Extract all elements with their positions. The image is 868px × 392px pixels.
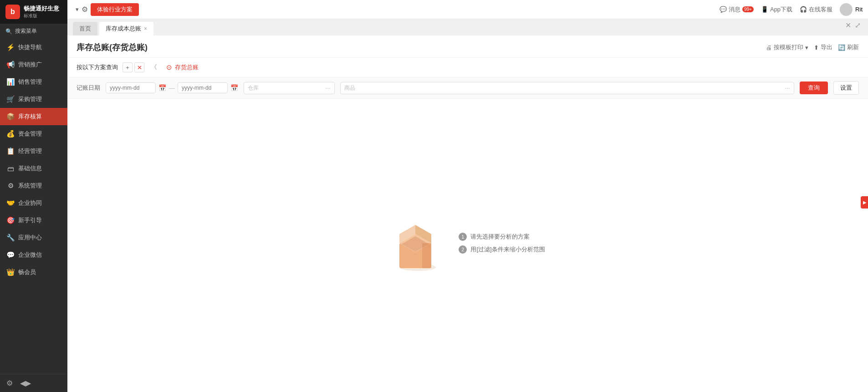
panel-expand-icon[interactable]: ⤢ [855, 21, 861, 30]
collapse-filter-icon[interactable]: 《 [151, 63, 157, 71]
sales-icon: 📊 [6, 78, 15, 86]
logo-icon: b [5, 5, 20, 19]
filter-row2: 记账日期 📅 — 📅 仓库 ··· 商品 ··· 查询 设置 [67, 77, 868, 99]
empty-box-svg [390, 218, 445, 273]
tab-close-icon[interactable]: × [144, 25, 147, 32]
date-separator: — [169, 85, 175, 92]
delete-scheme-button[interactable]: ✕ [134, 62, 144, 72]
refresh-button[interactable]: 🔄 刷新 [838, 43, 859, 51]
finance-icon: 💰 [6, 130, 15, 138]
tabs-bar: 首页 库存成本总账 × ✕ ⤢ [67, 19, 868, 36]
tab-home[interactable]: 首页 [73, 22, 97, 36]
date-to-input[interactable] [178, 82, 228, 93]
sidebar-item-inventory[interactable]: 📦 库存核算 [0, 108, 67, 125]
search-icon: 🔍 [5, 28, 12, 35]
content-area: 库存总账(存货总账) 🖨 按模板打印 ▾ ⬆ 导出 🔄 刷新 按以下方案查询 [67, 36, 868, 392]
brand-name: 畅捷通好生意 [24, 5, 59, 13]
search-label: 搜索菜单 [15, 27, 37, 35]
topbar: ▾ ⚙ 体验行业方案 💬 消息 99+ 📱 App下载 🎧 在线客服 Rit [67, 0, 868, 19]
sidebar-item-label: 畅会员 [18, 268, 36, 276]
empty-text: 1 请先选择要分析的方案 2 用[过滤]条件来缩小分析范围 [459, 233, 545, 258]
tab-inventory-ledger[interactable]: 库存成本总账 × [99, 22, 153, 36]
tab-home-label: 首页 [79, 25, 91, 33]
sidebar-item-cooperation[interactable]: 🤝 企业协同 [0, 194, 67, 212]
sidebar-item-label: 营销推广 [18, 61, 42, 69]
sidebar-item-label: 企业协同 [18, 199, 42, 207]
scheme-item[interactable]: ⊙ 存货总账 [166, 63, 199, 71]
hint-1: 1 请先选择要分析的方案 [459, 233, 545, 241]
date-from-icon[interactable]: 📅 [158, 84, 166, 92]
sidebar-item-finance[interactable]: 💰 资金管理 [0, 125, 67, 143]
date-from-input[interactable] [106, 82, 156, 93]
query-button[interactable]: 查询 [800, 81, 828, 94]
sidebar-item-label: 基础信息 [18, 164, 42, 173]
date-to-icon[interactable]: 📅 [230, 84, 238, 92]
main-area: ▾ ⚙ 体验行业方案 💬 消息 99+ 📱 App下载 🎧 在线客服 Rit [67, 0, 868, 392]
online-service-area[interactable]: 🎧 在线客服 [800, 5, 832, 14]
message-icon: 💬 [720, 6, 727, 13]
sidebar-item-label: 采购管理 [18, 95, 42, 103]
trial-button[interactable]: 体验行业方案 [91, 3, 139, 16]
sidebar-item-purchase[interactable]: 🛒 采购管理 [0, 91, 67, 108]
topbar-right: 💬 消息 99+ 📱 App下载 🎧 在线客服 Rit [720, 3, 863, 16]
warehouse-more-icon[interactable]: ··· [325, 84, 331, 92]
export-button[interactable]: ⬆ 导出 [814, 43, 832, 51]
hint-text-1: 请先选择要分析的方案 [470, 233, 530, 241]
logo-text: 畅捷通好生意 标准版 [24, 5, 59, 19]
product-more-icon[interactable]: ··· [785, 84, 790, 92]
sidebar-item-operation[interactable]: 📋 经营管理 [0, 143, 67, 160]
print-button[interactable]: 🖨 按模板打印 ▾ [766, 43, 808, 51]
sidebar-item-label: 快捷导航 [18, 43, 42, 51]
panel-close-icon[interactable]: ✕ [845, 21, 851, 30]
export-icon: ⬆ [814, 44, 819, 51]
phone-icon: 📱 [761, 6, 768, 13]
add-scheme-button[interactable]: + [123, 62, 133, 72]
sidebar-item-marketing[interactable]: 📢 营销推广 [0, 56, 67, 73]
sidebar-search[interactable]: 🔍 搜索菜单 [0, 24, 67, 39]
right-panel-toggle[interactable]: ▶ [861, 196, 868, 209]
date-range-group: 📅 — 📅 [106, 82, 238, 93]
print-icon: 🖨 [766, 44, 772, 51]
sidebar-item-sales[interactable]: 📊 销售管理 [0, 73, 67, 91]
product-filter[interactable]: 商品 ··· [340, 82, 794, 94]
user-avatar [840, 3, 853, 16]
hint-num-1: 1 [459, 233, 467, 241]
app-download-area[interactable]: 📱 App下载 [761, 5, 792, 14]
sidebar-item-system[interactable]: ⚙ 系统管理 [0, 177, 67, 194]
warehouse-label: 仓库 [248, 84, 323, 92]
sidebar-item-wechat[interactable]: 💬 企业微信 [0, 246, 67, 264]
date-label: 记账日期 [77, 84, 100, 92]
sidebar-item-label: 销售管理 [18, 78, 42, 86]
page-actions: 🖨 按模板打印 ▾ ⬆ 导出 🔄 刷新 [766, 43, 859, 51]
user-area[interactable]: Rit [840, 3, 863, 16]
settings-footer-icon[interactable]: ⚙ [6, 379, 13, 387]
hint-2: 2 用[过滤]条件来缩小分析范围 [459, 245, 545, 254]
refresh-icon: 🔄 [838, 44, 845, 51]
sidebar-footer: ⚙ ◀▶ [0, 374, 67, 392]
print-dropdown-icon[interactable]: ▾ [805, 44, 808, 51]
settings-button[interactable]: 设置 [833, 81, 859, 95]
hint-text-2: 用[过滤]条件来缩小分析范围 [470, 245, 545, 254]
collapse-icon[interactable]: ◀▶ [20, 379, 31, 387]
topbar-dropdown-icon[interactable]: ▾ [76, 6, 79, 13]
sidebar-item-apps[interactable]: 🔧 应用中心 [0, 229, 67, 246]
apps-icon: 🔧 [6, 234, 15, 242]
sidebar-item-guide[interactable]: 🎯 新手引导 [0, 212, 67, 229]
tab-inventory-label: 库存成本总账 [106, 25, 141, 33]
scheme-name: 存货总账 [175, 63, 199, 71]
edition-label: 标准版 [24, 13, 59, 19]
user-name: Rit [855, 6, 863, 13]
sidebar-item-basic[interactable]: 🗃 基础信息 [0, 160, 67, 177]
headset-icon: 🎧 [800, 6, 807, 13]
sidebar-item-quick-nav[interactable]: ⚡ 快捷导航 [0, 39, 67, 56]
empty-illustration [390, 218, 445, 273]
sidebar-logo: b 畅捷通好生意 标准版 [0, 0, 67, 24]
warehouse-filter[interactable]: 仓库 ··· [244, 82, 335, 94]
message-area[interactable]: 💬 消息 99+ [720, 5, 754, 14]
quick-nav-icon: ⚡ [6, 43, 15, 51]
wechat-icon: 💬 [6, 251, 15, 259]
sidebar-item-label: 库存核算 [18, 112, 42, 121]
topbar-settings-icon[interactable]: ⚙ [82, 5, 88, 14]
sidebar-item-member[interactable]: 👑 畅会员 [0, 264, 67, 281]
message-badge: 99+ [742, 6, 754, 12]
